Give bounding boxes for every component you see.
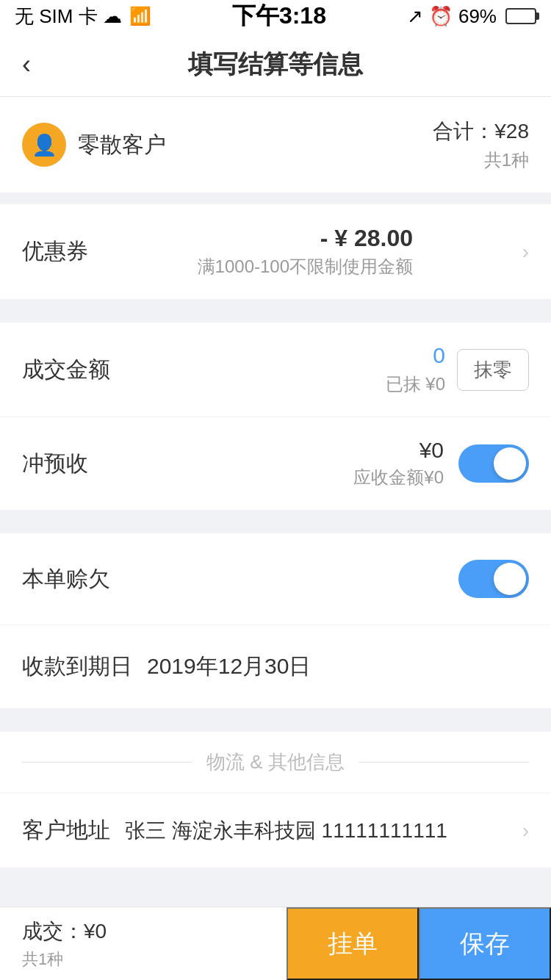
coupon-right: - ¥ 28.00 满1000-100不限制使用金额 — [198, 225, 413, 278]
total-amount: 合计：¥28 — [433, 118, 529, 145]
prepayment-values: ¥0 应收金额¥0 — [353, 438, 444, 489]
coupon-label: 优惠券 — [22, 237, 88, 267]
prepayment-sub: 应收金额¥0 — [353, 466, 444, 489]
battery-icon — [505, 8, 536, 24]
due-date-label: 收款到期日 — [22, 652, 132, 682]
deal-amount-value: 0 — [386, 343, 445, 368]
address-chevron-icon: › — [522, 819, 529, 843]
customer-right: 合计：¥28 共1种 — [433, 118, 529, 172]
bottom-bar: 成交：¥0 共1种 挂单 保存 — [0, 907, 551, 980]
coupon-amount: - ¥ 28.00 — [198, 225, 413, 252]
bottom-info: 成交：¥0 共1种 — [0, 907, 287, 980]
section-divider-2 — [0, 522, 551, 533]
status-left: 无 SIM 卡 ☁ 📶 — [15, 4, 151, 29]
coupon-card[interactable]: 优惠券 - ¥ 28.00 满1000-100不限制使用金额 › — [0, 204, 551, 299]
customer-card: 👤 零散客户 合计：¥28 共1种 — [0, 97, 551, 192]
customer-left: 👤 零散客户 — [22, 123, 166, 167]
deal-amount-row: 成交金额 0 已抹 ¥0 抹零 — [0, 323, 551, 417]
due-date-row: 收款到期日 2019年12月30日 — [0, 624, 551, 708]
sim-label: 无 SIM 卡 ☁ — [15, 4, 122, 29]
nav-bar: ‹ 填写结算等信息 — [0, 32, 551, 97]
deal-amount-bottom: ¥0 — [84, 920, 107, 943]
customer-row: 👤 零散客户 合计：¥28 共1种 — [0, 97, 551, 192]
status-bar: 无 SIM 卡 ☁ 📶 下午3:18 ↗ ⏰ 69% — [0, 0, 551, 32]
status-time: 下午3:18 — [232, 0, 326, 32]
wifi-icon: 📶 — [129, 6, 151, 26]
credit-card: 本单赊欠 收款到期日 2019年12月30日 — [0, 533, 551, 708]
address-row[interactable]: 客户地址 张三 海淀永丰科技园 11111111111 › — [0, 793, 551, 868]
deal-card: 成交金额 0 已抹 ¥0 抹零 冲预收 ¥0 应收金额¥0 — [0, 323, 551, 510]
credit-toggle[interactable] — [458, 560, 529, 598]
toggle-knob — [494, 447, 526, 480]
divider-line-right — [359, 762, 529, 763]
customer-name: 零散客户 — [78, 130, 166, 160]
deal-amount-sub: 已抹 ¥0 — [386, 372, 445, 396]
section-divider-3 — [0, 720, 551, 732]
prepayment-right: ¥0 应收金额¥0 — [353, 438, 529, 489]
avatar-icon: 👤 — [32, 133, 57, 157]
credit-toggle-knob — [494, 563, 526, 595]
address-value: 张三 海淀永丰科技园 11111111111 — [125, 817, 522, 845]
bottom-deal-amount: 成交：¥0 — [22, 918, 264, 945]
location-icon: ↗ — [407, 5, 423, 28]
prepayment-toggle[interactable] — [458, 444, 529, 483]
page-title: 填写结算等信息 — [188, 48, 363, 82]
save-button[interactable]: 保存 — [419, 907, 551, 980]
deal-label: 成交： — [22, 920, 84, 943]
prepayment-label: 冲预收 — [22, 449, 88, 479]
total-count: 共1种 — [433, 148, 529, 172]
deal-amount-right: 0 已抹 ¥0 抹零 — [386, 343, 529, 396]
section-divider-1 — [0, 311, 551, 323]
avatar: 👤 — [22, 123, 66, 167]
prepayment-row: 冲预收 ¥0 应收金额¥0 — [0, 417, 551, 510]
credit-row: 本单赊欠 — [0, 533, 551, 624]
round-zero-button[interactable]: 抹零 — [457, 349, 529, 391]
deal-amount-label: 成交金额 — [22, 355, 110, 385]
prepayment-amount: ¥0 — [353, 438, 444, 463]
battery-percent: 69% — [458, 5, 497, 28]
alarm-icon: ⏰ — [429, 5, 453, 28]
content-area: 👤 零散客户 合计：¥28 共1种 优惠券 - ¥ 28.00 满1000-10… — [0, 97, 551, 980]
logistics-divider: 物流 & 其他信息 — [0, 732, 551, 793]
back-button[interactable]: ‹ — [22, 49, 31, 80]
logistics-section: 物流 & 其他信息 客户地址 张三 海淀永丰科技园 11111111111 › — [0, 732, 551, 868]
address-label: 客户地址 — [22, 815, 110, 846]
chevron-right-icon: › — [522, 240, 529, 264]
status-right: ↗ ⏰ 69% — [407, 5, 536, 28]
bottom-count: 共1种 — [22, 948, 264, 970]
hang-order-button[interactable]: 挂单 — [287, 907, 419, 980]
coupon-row[interactable]: 优惠券 - ¥ 28.00 满1000-100不限制使用金额 › — [0, 204, 551, 299]
due-date-value: 2019年12月30日 — [147, 652, 311, 682]
coupon-desc: 满1000-100不限制使用金额 — [198, 255, 413, 278]
credit-label: 本单赊欠 — [22, 564, 110, 594]
divider-line-left — [22, 762, 192, 763]
logistics-label: 物流 & 其他信息 — [206, 749, 345, 775]
